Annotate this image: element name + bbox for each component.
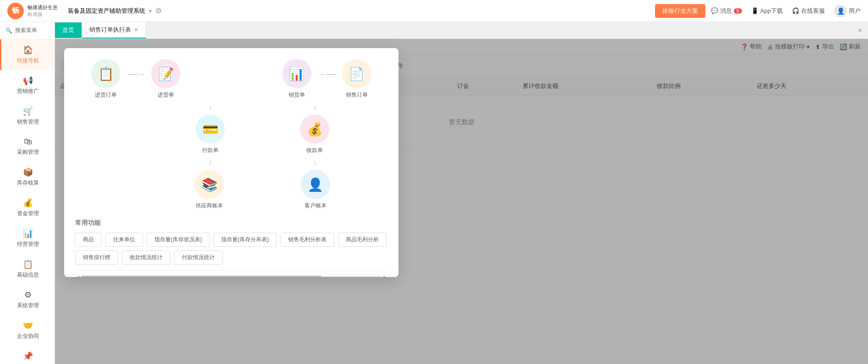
- top-header: 畅 畅康通好生意 标准版 装备及固定资产辅助管理系统 ▾ ⚙ 体验行业方案 💬 …: [0, 0, 868, 22]
- service-icon: 🎧: [792, 7, 799, 14]
- func-btn-stock-dist[interactable]: 现存量(库存分布表): [213, 233, 277, 247]
- flow-node-supplier-account[interactable]: 📚 供应商账本: [191, 170, 228, 210]
- sidebar-nav: 🏠 快捷导航 📢 营销推广 🛒 销售管理 🛍 采购管理 📦 库存核算 💰: [0, 39, 55, 364]
- sidebar: 🔍 搜索菜单 🏠 快捷导航 📢 营销推广 🛒 销售管理 🛍 采购管理 📦: [0, 22, 55, 364]
- finance-icon: 💰: [23, 198, 33, 208]
- tab-close-all[interactable]: ✕: [852, 23, 868, 38]
- func-btn-product-profit[interactable]: 商品毛利分析: [338, 233, 387, 247]
- logo-icon: 畅: [7, 3, 24, 19]
- sidebar-item-finance[interactable]: 💰 资金管理: [0, 192, 55, 223]
- receipt-bill-circle: 💰: [300, 114, 329, 144]
- user-area[interactable]: 👤 用户: [834, 5, 861, 17]
- scroll-right-icon[interactable]: ▶: [383, 274, 388, 277]
- sidebar-item-basic-info[interactable]: 📋 基础信息: [0, 254, 55, 284]
- func-btn-receipt-stats[interactable]: 收款情况统计: [122, 250, 170, 265]
- message-badge: 5: [734, 8, 742, 14]
- flow-node-payment-bill[interactable]: 💳 付款单: [196, 114, 225, 154]
- content-area: 首页 销售订单执行表 ✕ ✕ ❓ 帮助 🖨 按模板打印 ▾: [55, 22, 868, 364]
- gear-icon[interactable]: ⚙: [155, 6, 162, 15]
- modal-box: 📋 进货订单 - - - - → 📝 进货单: [64, 48, 399, 277]
- system-icon: ⚙: [24, 290, 32, 300]
- sidebar-item-system[interactable]: ⚙ 系统管理: [0, 284, 55, 315]
- tab-close-icon[interactable]: ✕: [134, 27, 138, 33]
- common-funcs-title: 常用功能: [75, 219, 388, 227]
- supplier-account-circle: 📚: [195, 170, 224, 199]
- sidebar-item-operations[interactable]: 📊 经营管理: [0, 223, 55, 254]
- search-menu[interactable]: 🔍 搜索菜单: [0, 22, 55, 39]
- func-btn-stock-status[interactable]: 现存量(库存状况表): [147, 233, 210, 247]
- message-icon: 💬: [711, 7, 718, 14]
- online-service-button[interactable]: 🎧 在线客服: [792, 7, 825, 15]
- app-download-button[interactable]: 📱 App下载: [751, 7, 783, 15]
- sidebar-item-newbie[interactable]: 📌 新手引导: [0, 346, 55, 364]
- search-icon: 🔍: [5, 27, 12, 34]
- sidebar-item-enterprise[interactable]: 🤝 企业协同: [0, 315, 55, 346]
- func-btn-product[interactable]: 商品: [75, 233, 102, 247]
- common-funcs-section: 常用功能 商品 往来单位 现存量(库存状况表) 现存量(库存分布表) 销售毛利分…: [75, 219, 388, 265]
- sales-bill-circle: 📊: [282, 59, 311, 88]
- logo-text: 畅康通好生意 标准版: [27, 4, 58, 17]
- scroll-left-icon[interactable]: ◀: [75, 274, 79, 277]
- enterprise-icon: 🤝: [23, 321, 33, 331]
- system-title: 装备及固定资产辅助管理系统 ▾ ⚙: [68, 6, 650, 15]
- purchase-order-circle: 📋: [91, 59, 120, 88]
- flow-node-purchase-bill[interactable]: 📝 进货单: [151, 59, 180, 99]
- inventory-icon: 📦: [23, 167, 33, 177]
- sidebar-item-purchase[interactable]: 🛍 采购管理: [0, 131, 55, 162]
- func-btn-sales-profit[interactable]: 销售毛利分析表: [280, 233, 334, 247]
- avatar: 👤: [834, 5, 847, 17]
- sidebar-item-sales[interactable]: 🛒 销售管理: [0, 101, 55, 131]
- flow-node-sales-order[interactable]: 📄 销售订单: [342, 59, 371, 99]
- newbie-icon: 📌: [23, 351, 33, 361]
- payment-bill-circle: 💳: [196, 114, 225, 144]
- func-btn-sales-rank[interactable]: 销售排行榜: [75, 250, 118, 265]
- flow-node-sales-bill[interactable]: 📊 销货单: [282, 59, 311, 99]
- flow-node-purchase-order[interactable]: 📋 进货订单: [91, 59, 120, 99]
- sales-icon: 🛒: [23, 106, 33, 116]
- sidebar-item-marketing[interactable]: 📢 营销推广: [0, 70, 55, 101]
- func-buttons: 商品 往来单位 现存量(库存状况表) 现存量(库存分布表) 销售毛利分析表 商品…: [75, 233, 388, 247]
- app-icon: 📱: [751, 7, 759, 14]
- purchase-icon: 🛍: [24, 137, 32, 147]
- logo-area: 畅 畅康通好生意 标准版: [7, 3, 62, 19]
- modal-scrollbar: ◀ ▶: [75, 270, 388, 277]
- header-right: 💬 消息 5 📱 App下载 🎧 在线客服 👤 用户: [711, 5, 861, 17]
- operations-icon: 📊: [23, 228, 33, 239]
- tab-sales-order-exec[interactable]: 销售订单执行表 ✕: [82, 22, 146, 38]
- message-button[interactable]: 💬 消息 5: [711, 7, 742, 15]
- sales-order-circle: 📄: [342, 59, 371, 88]
- system-dropdown-arrow[interactable]: ▾: [149, 8, 152, 14]
- sidebar-item-inventory[interactable]: 📦 库存核算: [0, 162, 55, 192]
- basic-info-icon: 📋: [23, 259, 33, 269]
- scrollbar-thumb: [81, 276, 322, 277]
- func-btn-payment-stats[interactable]: 付款情况统计: [174, 250, 223, 265]
- system-name-label: 装备及固定资产辅助管理系统: [68, 7, 145, 15]
- purchase-bill-circle: 📝: [151, 59, 180, 88]
- tab-bar: 首页 销售订单执行表 ✕ ✕: [55, 22, 868, 39]
- flow-node-customer-account[interactable]: 👤 客户账本: [297, 170, 334, 210]
- modal-overlay[interactable]: 📋 进货订单 - - - - → 📝 进货单: [55, 39, 868, 364]
- home-icon: 🏠: [23, 45, 33, 55]
- func-btn-partner[interactable]: 往来单位: [105, 233, 143, 247]
- page-content: ❓ 帮助 🖨 按模板打印 ▾ ⬆ 导出 🔄 刷新: [55, 39, 868, 364]
- main-layout: 🔍 搜索菜单 🏠 快捷导航 📢 营销推广 🛒 销售管理 🛍 采购管理 📦: [0, 22, 868, 364]
- tab-home[interactable]: 首页: [55, 22, 82, 38]
- marketing-icon: 📢: [23, 76, 33, 86]
- flow-node-receipt-bill[interactable]: 💰 收款单: [300, 114, 329, 154]
- customer-account-circle: 👤: [301, 170, 330, 199]
- trial-button[interactable]: 体验行业方案: [655, 4, 705, 18]
- func-buttons-row2: 销售排行榜 收款情况统计 付款情况统计: [75, 250, 388, 265]
- sidebar-item-quick-nav[interactable]: 🏠 快捷导航: [0, 39, 55, 70]
- scrollbar-track[interactable]: [81, 276, 382, 277]
